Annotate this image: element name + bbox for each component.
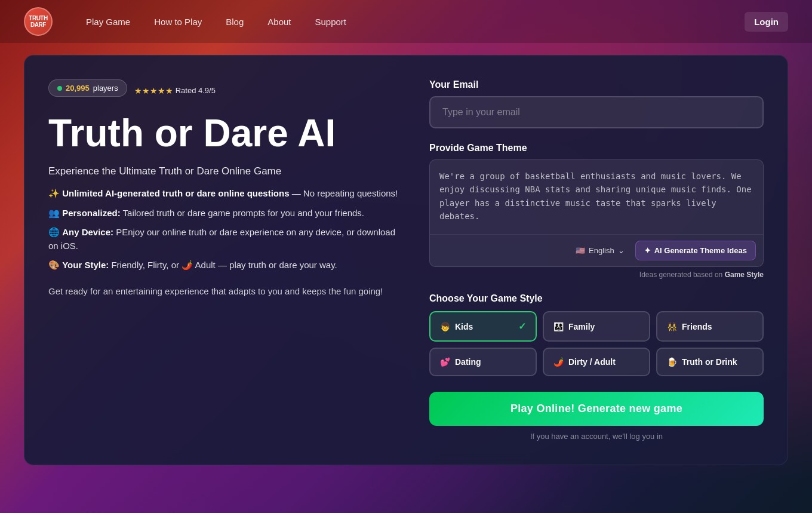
family-emoji: 👨‍👩‍👧 [553, 322, 564, 331]
top-badges: 20,995 players ★★★★★ Rated 4.9/5 [48, 79, 401, 102]
nav-how-to-play[interactable]: How to Play [144, 12, 211, 32]
feature-bold-1: Unlimited AI-generated truth or dare onl… [62, 188, 289, 198]
chevron-down-icon: ⌄ [618, 246, 625, 255]
logo-icon: TRUTHDARF [24, 7, 53, 36]
players-label: players [93, 84, 118, 93]
kids-check-icon: ✓ [518, 321, 526, 332]
players-count: 20,995 [66, 84, 90, 93]
dirty-emoji: 🌶️ [553, 357, 564, 367]
theme-textarea[interactable]: We're a group of basketball enthusiasts … [430, 160, 763, 232]
feature-text-1: — No repeating questions! [292, 188, 398, 198]
nav-support[interactable]: Support [305, 12, 356, 32]
game-style-label: Choose Your Game Style [429, 293, 764, 304]
main-card: 20,995 players ★★★★★ Rated 4.9/5 Truth o… [24, 55, 788, 465]
style-friends[interactable]: 👯 Friends [656, 311, 764, 342]
theme-textarea-wrap: We're a group of basketball enthusiasts … [429, 159, 764, 267]
navbar: TRUTHDARF Play Game How to Play Blog Abo… [0, 0, 812, 43]
theme-section: Provide Game Theme We're a group of bask… [429, 143, 764, 279]
left-panel: 20,995 players ★★★★★ Rated 4.9/5 Truth o… [48, 79, 401, 299]
feature-bold-4: Your Style: [62, 260, 109, 270]
ai-generate-button[interactable]: ✦ AI Generate Theme Ideas [635, 241, 756, 260]
sparkle-icon: ✦ [644, 246, 651, 255]
right-panel: Your Email Provide Game Theme We're a gr… [429, 79, 764, 441]
kids-label: Kids [455, 322, 473, 331]
style-truth-or-drink[interactable]: 🍺 Truth or Drink [656, 348, 764, 376]
active-dot [57, 86, 62, 91]
ai-btn-label: AI Generate Theme Ideas [654, 246, 747, 255]
hero-title: Truth or Dare AI [48, 113, 401, 153]
friends-emoji: 👯 [667, 322, 677, 331]
feature-emoji-2: 👥 [48, 208, 60, 218]
feature-emoji-1: ✨ [48, 188, 60, 198]
feature-emoji-4: 🎨 [48, 260, 60, 270]
logo[interactable]: TRUTHDARF [24, 7, 53, 36]
kids-emoji: 👦 [440, 322, 450, 331]
style-dirty-adult[interactable]: 🌶️ Dirty / Adult [543, 348, 650, 376]
feature-bold-3: Any Device: [62, 227, 113, 237]
login-button[interactable]: Login [745, 12, 788, 32]
feature-item-2: 👥 Personalized: Tailored truth or dare g… [48, 207, 401, 220]
login-note: If you have an account, we'll log you in [429, 432, 764, 441]
dirty-label: Dirty / Adult [568, 357, 616, 367]
nav-blog[interactable]: Blog [216, 12, 253, 32]
drink-emoji: 🍺 [667, 357, 677, 367]
game-style-section: Choose Your Game Style 👦 Kids ✓ 👨‍👩‍👧 Fa… [429, 293, 764, 376]
feature-list: ✨ Unlimited AI-generated truth or dare o… [48, 187, 401, 272]
language-label: English [589, 246, 614, 255]
hero-subtitle: Experience the Ultimate Truth or Dare On… [48, 165, 401, 177]
style-dating[interactable]: 💕 Dating [429, 348, 537, 376]
feature-text-2: Tailored truth or dare game prompts for … [123, 208, 364, 218]
nav-links: Play Game How to Play Blog About Support [76, 12, 745, 32]
flag-icon: 🇺🇸 [576, 246, 585, 255]
play-button[interactable]: Play Online! Generate new game [429, 392, 764, 426]
nav-play-game[interactable]: Play Game [76, 12, 140, 32]
style-family[interactable]: 👨‍👩‍👧 Family [543, 311, 650, 342]
email-label: Your Email [429, 79, 764, 90]
theme-footer: 🇺🇸 English ⌄ ✦ AI Generate Theme Ideas [430, 234, 763, 266]
feature-item-3: 🌐 Any Device: PEnjoy our online truth or… [48, 226, 401, 253]
game-style-link[interactable]: Game Style [725, 271, 764, 279]
rating-label: Rated 4.9/5 [176, 86, 216, 95]
feature-text-4: Friendly, Flirty, or 🌶️ Adult — play tru… [111, 260, 337, 270]
friends-label: Friends [682, 322, 712, 331]
players-badge: 20,995 players [48, 79, 127, 97]
rating-badge: ★★★★★ Rated 4.9/5 [134, 86, 216, 96]
language-select[interactable]: 🇺🇸 English ⌄ [571, 244, 629, 257]
dating-label: Dating [455, 357, 481, 367]
feature-item-4: 🎨 Your Style: Friendly, Flirty, or 🌶️ Ad… [48, 259, 401, 272]
game-style-grid: 👦 Kids ✓ 👨‍👩‍👧 Family 👯 [429, 311, 764, 376]
feature-bold-2: Personalized: [62, 208, 121, 218]
feature-emoji-3: 🌐 [48, 227, 60, 237]
family-label: Family [568, 322, 595, 331]
email-section: Your Email [429, 79, 764, 128]
cta-text: Get ready for an entertaining experience… [48, 284, 401, 299]
nav-about[interactable]: About [258, 12, 300, 32]
email-input[interactable] [429, 96, 764, 128]
dating-emoji: 💕 [440, 357, 450, 367]
theme-label: Provide Game Theme [429, 143, 764, 153]
main-content: 20,995 players ★★★★★ Rated 4.9/5 Truth o… [0, 43, 812, 489]
stars-icon: ★★★★★ [134, 86, 173, 96]
ideas-note: Ideas generated based on Game Style [429, 271, 764, 279]
style-kids[interactable]: 👦 Kids ✓ [429, 311, 537, 342]
drink-label: Truth or Drink [682, 357, 737, 367]
feature-item-1: ✨ Unlimited AI-generated truth or dare o… [48, 187, 401, 201]
